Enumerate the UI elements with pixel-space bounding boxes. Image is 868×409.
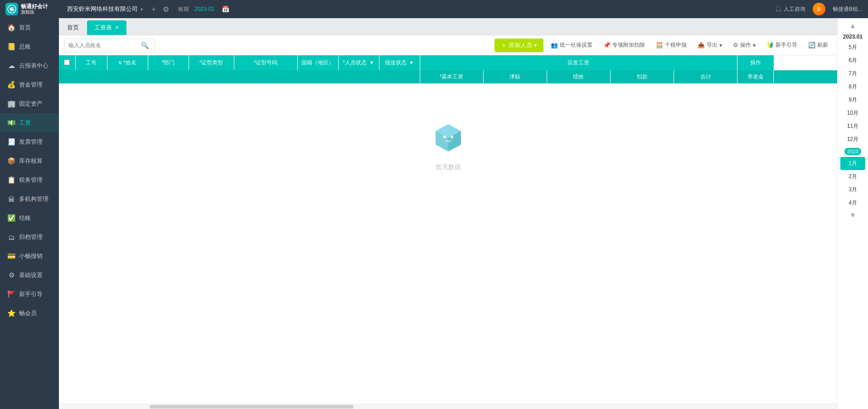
sub-header-pension: 养老金 — [737, 70, 774, 83]
cal-month-10[interactable]: 10月 — [838, 107, 868, 120]
sidebar-item-cloud[interactable]: ☁ 云报表中心 — [0, 56, 59, 75]
calendar-panel: ▲ 2023.01 5月 6月 7月 8月 9月 10月 11月 12月 202… — [837, 18, 868, 409]
search-input[interactable] — [68, 42, 141, 49]
sidebar-item-archive[interactable]: 🗂 归档管理 — [0, 228, 59, 247]
empty-state: 暂无数据 — [59, 83, 837, 208]
sidebar-item-member[interactable]: ⭐ 畅会员 — [0, 304, 59, 323]
refresh-btn[interactable]: 🔄 刷新 — [805, 39, 832, 51]
sidebar-item-guide[interactable]: 🚩 新手引导 — [0, 285, 59, 304]
main-layout: 🏠 首页 📒 总账 ☁ 云报表中心 💰 资金管理 🏢 固定资产 💵 工资 🧾 发… — [0, 18, 868, 409]
company-selector[interactable]: 西安虾米网络科技有限公司 ▾ — [67, 5, 143, 13]
cal-month-5[interactable]: 5月 — [838, 41, 868, 54]
refresh-label: 刷新 — [817, 41, 828, 49]
sidebar-label-ledger: 总账 — [19, 43, 31, 51]
cal-month-6[interactable]: 6月 — [838, 54, 868, 67]
cal-month-12[interactable]: 12月 — [838, 133, 868, 146]
sidebar-item-invoice[interactable]: 🧾 发票管理 — [0, 132, 59, 151]
operations-label: 操作 — [740, 41, 751, 49]
cal-month-2[interactable]: 2月 — [838, 170, 868, 183]
filter-report-icon[interactable]: ▼ — [409, 60, 414, 65]
sidebar-item-multi[interactable]: 🏛 多机构管理 — [0, 190, 59, 209]
sidebar-label-assets: 固定资产 — [19, 100, 43, 108]
header-checkbox-col — [59, 55, 75, 70]
tab-salary-sheet[interactable]: 工资表 ✕ — [87, 20, 126, 35]
select-all-checkbox[interactable] — [64, 59, 70, 65]
sort-icon-name: ⇅ — [118, 60, 122, 65]
export-icon: 📤 — [698, 42, 705, 49]
operations-btn[interactable]: ⚙ 操作 ▾ — [729, 39, 759, 51]
home-icon: 🏠 — [7, 24, 15, 32]
add-dropdown-icon: ▾ — [534, 42, 537, 49]
tab-home-label: 首页 — [67, 24, 79, 32]
sidebar-item-funds[interactable]: 💰 资金管理 — [0, 75, 59, 94]
empty-text: 暂无数据 — [436, 163, 461, 171]
sidebar-item-settle[interactable]: ✅ 结账 — [0, 209, 59, 228]
personal-tax-icon: 🧮 — [656, 42, 663, 49]
svg-text:畅: 畅 — [10, 7, 14, 12]
cal-month-8[interactable]: 8月 — [838, 80, 868, 93]
header-salary-group: 应发工资 — [420, 55, 737, 70]
sidebar-label-settle: 结账 — [19, 214, 31, 222]
guide-label: 新手引导 — [776, 41, 797, 49]
salary-table: 工号 ⇅ *姓名 *部门 *证型类型 *证型号码 国籍（地区） *人员状态 ▼ … — [59, 55, 837, 208]
sidebar-label-home: 首页 — [19, 24, 31, 32]
settle-icon: ✅ — [7, 214, 15, 222]
tax-icon: 📋 — [7, 176, 15, 184]
period-value[interactable]: 2023-01 — [194, 6, 214, 12]
svg-point-6 — [443, 136, 446, 138]
cal-next-btn[interactable]: ▼ — [848, 209, 858, 221]
sidebar-item-home[interactable]: 🏠 首页 — [0, 18, 59, 37]
scroll-thumb[interactable] — [150, 405, 354, 409]
cal-month-3[interactable]: 3月 — [838, 183, 868, 196]
search-icon: 🔍 — [141, 42, 149, 49]
ledger-icon: 📒 — [7, 43, 15, 51]
sidebar-item-expense[interactable]: 💳 小畅报销 — [0, 247, 59, 266]
cal-month-1-active[interactable]: 1月 — [840, 157, 865, 170]
top-header: 畅 畅通好会计 旗舰版 西安虾米网络科技有限公司 ▾ ＋ ⚙ 账期 2023-0… — [0, 0, 868, 18]
cal-month-4[interactable]: 4月 — [838, 196, 868, 209]
sidebar-item-settings[interactable]: ⚙ 基础设置 — [0, 266, 59, 285]
cal-year-badge: 2023 — [844, 148, 861, 155]
sidebar-label-guide: 新手引导 — [19, 290, 43, 298]
tab-home[interactable]: 首页 — [60, 20, 86, 35]
sidebar-item-assets[interactable]: 🏢 固定资产 — [0, 94, 59, 113]
sidebar-item-inventory[interactable]: 📦 库存核算 — [0, 151, 59, 170]
sidebar-item-tax[interactable]: 📋 税务管理 — [0, 170, 59, 190]
sidebar-item-ledger[interactable]: 📒 总账 — [0, 37, 59, 56]
export-btn[interactable]: 📤 导出 ▾ — [694, 39, 726, 51]
cal-month-9[interactable]: 9月 — [838, 93, 868, 107]
sidebar-label-cloud: 云报表中心 — [19, 62, 48, 70]
app-logo-icon: 畅 — [5, 3, 18, 15]
sub-header-deduct: 扣款 — [610, 70, 674, 83]
tab-close-icon[interactable]: ✕ — [115, 24, 119, 31]
add-person-button[interactable]: ＋ 添加人员 ▾ — [495, 39, 543, 52]
settings-icon[interactable]: ⚙ — [163, 5, 169, 14]
cal-month-7[interactable]: 7月 — [838, 67, 868, 80]
user-name: 畅捷通B组... — [833, 5, 863, 13]
sub-header-total: 合计 — [674, 70, 737, 83]
guide-btn[interactable]: 🔰 新手引导 — [763, 39, 801, 51]
social-insurance-icon: 👥 — [551, 42, 558, 49]
cal-prev-btn[interactable]: ▲ — [848, 20, 858, 32]
cal-period-label: 2023.01 — [843, 32, 863, 41]
social-insurance-btn[interactable]: 👥 统一社保设置 — [547, 39, 596, 51]
content-area: 首页 工资表 ✕ 🔍 ＋ 添加人员 ▾ 👥 统一社保设置 — [59, 18, 837, 409]
toolbar: 🔍 ＋ 添加人员 ▾ 👥 统一社保设置 📌 专项附加扣除 🧮 — [59, 35, 837, 55]
invoice-icon: 🧾 — [7, 138, 15, 146]
company-name: 西安虾米网络科技有限公司 — [67, 5, 138, 13]
special-deduct-btn[interactable]: 📌 专项附加扣除 — [600, 39, 649, 51]
sidebar-label-salary: 工资 — [19, 119, 31, 127]
calendar-icon[interactable]: 📅 — [222, 5, 229, 13]
table-scrollbar[interactable] — [59, 404, 837, 409]
guide-toolbar-icon: 🔰 — [766, 42, 774, 49]
sidebar-item-salary[interactable]: 💵 工资 — [0, 113, 59, 132]
add-company-button[interactable]: ＋ — [150, 5, 157, 14]
personal-tax-btn[interactable]: 🧮 个税申报 — [652, 39, 690, 51]
funds-icon: 💰 — [7, 81, 15, 89]
export-label: 导出 — [707, 41, 718, 49]
sidebar-label-tax: 税务管理 — [19, 176, 43, 184]
filter-status-icon[interactable]: ▼ — [369, 60, 374, 65]
special-deduct-label: 专项附加扣除 — [612, 41, 645, 49]
service-button[interactable]: 🎧 人工咨询 — [775, 5, 805, 13]
cal-month-11[interactable]: 11月 — [838, 120, 868, 133]
